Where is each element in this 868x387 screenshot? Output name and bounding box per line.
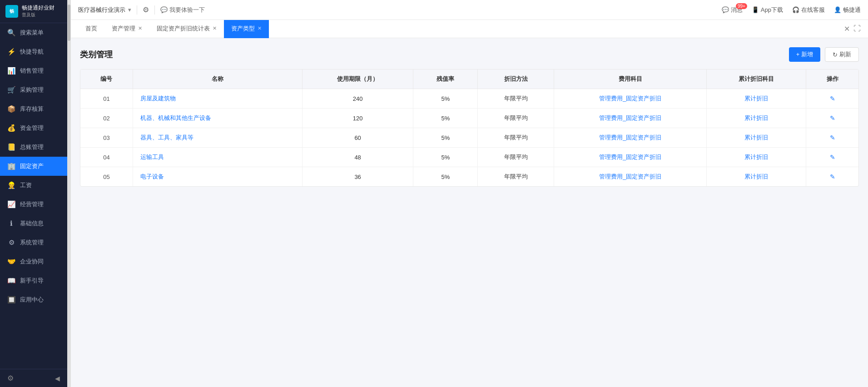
sidebar-item-app-center[interactable]: 🔲 应用中心 xyxy=(0,290,67,309)
cooperation-icon: 🤝 xyxy=(7,258,15,266)
cell-period-0: 240 xyxy=(302,89,413,109)
experience-icon: 💬 xyxy=(160,6,168,13)
edit-icon-3[interactable]: ✎ xyxy=(830,154,835,161)
sidebar-item-label: 企业协同 xyxy=(20,258,44,266)
app-center-icon: 🔲 xyxy=(7,296,15,304)
sidebar-item-label: 采购管理 xyxy=(20,86,44,94)
cell-name-2[interactable]: 器具、工具、家具等 xyxy=(133,128,302,148)
window-close-icon[interactable]: ✕ xyxy=(844,25,850,33)
sidebar-item-quick-nav[interactable]: ⚡ 快捷导航 xyxy=(0,42,67,61)
cell-period-2: 60 xyxy=(302,128,413,148)
sidebar-item-payroll[interactable]: 👷 工资 xyxy=(0,176,67,195)
cell-accumulated-3[interactable]: 累计折旧 xyxy=(707,148,806,167)
sidebar-item-sales[interactable]: 📊 销售管理 xyxy=(0,61,67,80)
cell-expense-0[interactable]: 管理费用_固定资产折旧 xyxy=(554,89,707,109)
cell-accumulated-1[interactable]: 累计折旧 xyxy=(707,109,806,128)
cell-name-4[interactable]: 电子设备 xyxy=(133,167,302,187)
sidebar-collapse-icon[interactable]: ◀ xyxy=(55,375,60,382)
col-header-residual: 残值率 xyxy=(413,69,478,89)
cell-expense-3[interactable]: 管理费用_固定资产折旧 xyxy=(554,148,707,167)
cell-action-2[interactable]: ✎ xyxy=(806,128,858,148)
cell-residual-2: 5% xyxy=(413,128,478,148)
cell-residual-4: 5% xyxy=(413,167,478,187)
sidebar-item-label: 快捷导航 xyxy=(20,48,44,56)
sidebar-menu: 🔍 搜索菜单 ⚡ 快捷导航 📊 销售管理 🛒 采购管理 📦 库存核算 💰 资金管… xyxy=(0,23,67,369)
cell-accumulated-0[interactable]: 累计折旧 xyxy=(707,89,806,109)
cell-residual-0: 5% xyxy=(413,89,478,109)
content-area: 类别管理 + 新增 ↻ 刷新 编号 名称 使用期限（月） 残值率 折旧方法 xyxy=(71,38,868,387)
sidebar-item-label: 总账管理 xyxy=(20,143,44,151)
cell-expense-1[interactable]: 管理费用_固定资产折旧 xyxy=(554,109,707,128)
refresh-label: 刷新 xyxy=(839,50,851,59)
cell-name-0[interactable]: 房屋及建筑物 xyxy=(133,89,302,109)
tab-depreciation-table[interactable]: 固定资产折旧统计表 ✕ xyxy=(149,20,224,38)
company-name: 医疗器械行业演示 xyxy=(78,6,125,14)
tab-home[interactable]: 首页 xyxy=(78,20,104,38)
topbar-divider-1 xyxy=(137,5,137,15)
user-button[interactable]: 👤 畅捷通 xyxy=(834,6,861,14)
edit-icon-0[interactable]: ✎ xyxy=(830,95,835,102)
edit-icon-2[interactable]: ✎ xyxy=(830,134,835,141)
sidebar-item-purchase[interactable]: 🛒 采购管理 xyxy=(0,80,67,99)
messages-button[interactable]: 💬 消息 99+ xyxy=(722,6,743,14)
customer-service-icon: 🎧 xyxy=(792,6,799,13)
scrollbar-thumb[interactable] xyxy=(68,5,70,41)
edit-icon-4[interactable]: ✎ xyxy=(830,173,835,180)
sidebar-item-finance[interactable]: 💰 资金管理 xyxy=(0,119,67,138)
sidebar-item-ledger[interactable]: 📒 总账管理 xyxy=(0,138,67,157)
cell-action-4[interactable]: ✎ xyxy=(806,167,858,187)
company-selector[interactable]: 医疗器械行业演示 ▾ xyxy=(78,6,131,14)
topbar-settings-icon[interactable]: ⚙ xyxy=(143,5,149,14)
table-row: 05 电子设备 36 5% 年限平均 管理费用_固定资产折旧 累计折旧 ✎ xyxy=(80,167,858,187)
topbar-right: 💬 消息 99+ 📱 App下载 🎧 在线客服 👤 畅捷通 xyxy=(722,6,861,14)
page-title: 类别管理 xyxy=(80,49,113,60)
ledger-icon: 📒 xyxy=(7,143,15,151)
tabbar: 首页 资产管理 ✕ 固定资产折旧统计表 ✕ 资产类型 ✕ ✕ ⛶ xyxy=(71,20,868,38)
cell-accumulated-4[interactable]: 累计折旧 xyxy=(707,167,806,187)
sidebar-item-label: 经营管理 xyxy=(20,200,44,208)
sidebar-item-basic-info[interactable]: ℹ 基础信息 xyxy=(0,214,67,233)
tab-asset-management-close[interactable]: ✕ xyxy=(138,25,142,31)
experience-button[interactable]: 💬 我要体验一下 xyxy=(160,6,205,14)
dropdown-icon: ▾ xyxy=(128,6,131,13)
edit-icon-1[interactable]: ✎ xyxy=(830,114,835,122)
app-logo: 畅 xyxy=(5,5,18,18)
cell-action-1[interactable]: ✎ xyxy=(806,109,858,128)
cell-name-1[interactable]: 机器、机械和其他生产设备 xyxy=(133,109,302,128)
refresh-icon: ↻ xyxy=(833,51,838,58)
sidebar-item-system[interactable]: ⚙ 系统管理 xyxy=(0,233,67,252)
tab-depreciation-close[interactable]: ✕ xyxy=(213,25,217,31)
app-download-button[interactable]: 📱 App下载 xyxy=(752,6,783,14)
sidebar-settings-icon[interactable]: ⚙ xyxy=(7,374,14,382)
cell-expense-2[interactable]: 管理费用_固定资产折旧 xyxy=(554,128,707,148)
sidebar-item-inventory[interactable]: 📦 库存核算 xyxy=(0,99,67,119)
guide-icon: 📖 xyxy=(7,277,15,285)
cell-name-3[interactable]: 运输工具 xyxy=(133,148,302,167)
sidebar-scrollbar[interactable] xyxy=(67,0,71,387)
tab-asset-type[interactable]: 资产类型 ✕ xyxy=(224,20,269,38)
sidebar-item-fixed-assets[interactable]: 🏢 固定资产 xyxy=(0,157,67,176)
tab-asset-type-close[interactable]: ✕ xyxy=(258,25,262,31)
add-button[interactable]: + 新增 xyxy=(789,47,820,62)
cell-residual-3: 5% xyxy=(413,148,478,167)
sidebar-item-guide[interactable]: 📖 新手引导 xyxy=(0,271,67,290)
sidebar-item-cooperation[interactable]: 🤝 企业协同 xyxy=(0,252,67,271)
sidebar-footer: ⚙ ◀ xyxy=(0,369,67,387)
sidebar-item-business[interactable]: 📈 经营管理 xyxy=(0,195,67,214)
cell-code-0: 01 xyxy=(80,89,133,109)
window-maximize-icon[interactable]: ⛶ xyxy=(853,25,861,33)
refresh-button[interactable]: ↻ 刷新 xyxy=(825,47,859,62)
app-download-icon: 📱 xyxy=(752,6,759,13)
sidebar-item-label: 搜索菜单 xyxy=(20,29,44,37)
tab-asset-management[interactable]: 资产管理 ✕ xyxy=(104,20,149,38)
table-row: 02 机器、机械和其他生产设备 120 5% 年限平均 管理费用_固定资产折旧 … xyxy=(80,109,858,128)
cell-expense-4[interactable]: 管理费用_固定资产折旧 xyxy=(554,167,707,187)
cell-accumulated-2[interactable]: 累计折旧 xyxy=(707,128,806,148)
sidebar-item-search[interactable]: 🔍 搜索菜单 xyxy=(0,23,67,42)
col-header-code: 编号 xyxy=(80,69,133,89)
asset-types-table: 编号 名称 使用期限（月） 残值率 折旧方法 费用科目 累计折旧科目 操作 01… xyxy=(80,69,858,186)
cell-action-3[interactable]: ✎ xyxy=(806,148,858,167)
customer-service-button[interactable]: 🎧 在线客服 xyxy=(792,6,825,14)
app-name: 畅捷通好业财 xyxy=(22,5,55,12)
cell-action-0[interactable]: ✎ xyxy=(806,89,858,109)
